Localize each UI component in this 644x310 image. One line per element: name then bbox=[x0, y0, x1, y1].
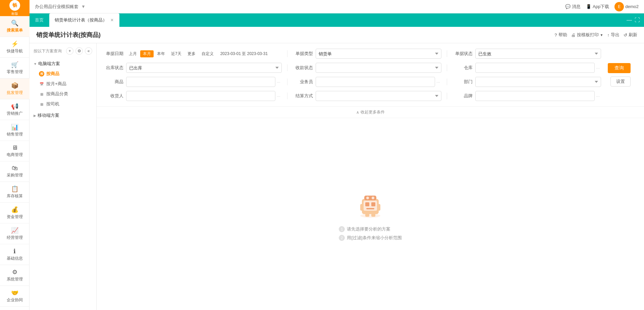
filter-doctype-select[interactable]: 销货单 bbox=[316, 49, 441, 59]
tree-mobile-label: 移动端方案 bbox=[38, 112, 59, 118]
tab-home[interactable]: 首页 bbox=[30, 13, 49, 27]
sidebar-item-purchase-label: 采购管理 bbox=[7, 172, 23, 178]
filter-warehouse-label: 仓库 bbox=[452, 65, 473, 71]
sidebar-item-basic-info[interactable]: ℹ 基础信息 bbox=[0, 244, 30, 265]
collapse-filter-btn[interactable]: ∧ 收起更多条件 bbox=[97, 107, 644, 118]
page-actions: ? 帮助 🖨 按模板打印 ▼ ↑ 导出 ↺ 刷新 bbox=[554, 32, 637, 42]
ecommerce-icon: 🖥 bbox=[12, 144, 18, 151]
sidebar-item-retail[interactable]: 🛒 零售管理 bbox=[0, 58, 30, 79]
tree-pc-header[interactable]: ▼ 电脑端方案 bbox=[30, 59, 96, 69]
app-logo[interactable]: 畅 标版 bbox=[0, 0, 30, 16]
tab-minimize-btn[interactable]: — bbox=[627, 17, 632, 23]
filter-receiver-input[interactable] bbox=[126, 91, 275, 101]
purchase-icon: 🛍 bbox=[12, 165, 18, 172]
export-btn[interactable]: ↑ 导出 bbox=[607, 32, 620, 38]
date-tab-this-year[interactable]: 本年 bbox=[154, 50, 168, 57]
message-label: 消息 bbox=[572, 4, 581, 10]
tree-item-by-category[interactable]: ▦ 按商品分类 bbox=[30, 89, 96, 99]
hint-2-text: 用[过滤]条件来缩小分析范围 bbox=[347, 235, 401, 241]
date-tab-custom[interactable]: 自定义 bbox=[199, 50, 216, 57]
svg-rect-9 bbox=[371, 213, 375, 217]
sidebar-item-enterprise[interactable]: 🤝 企业协同 bbox=[0, 286, 30, 307]
filter-docstatus-select[interactable]: 已生效 bbox=[475, 49, 601, 59]
sidebar-item-quick-nav[interactable]: ⚡ 快捷导航 bbox=[0, 37, 30, 58]
filter-receiver-dots[interactable]: ··· bbox=[275, 94, 282, 99]
industry-name: 办公用品行业模拟账套 bbox=[35, 4, 78, 10]
setting-scheme-btn[interactable]: ⚙ bbox=[75, 47, 83, 55]
filter-field-date: 单据日期 上月 本月 本年 近7天 更多 自定义 bbox=[103, 50, 282, 57]
collapse-panel-btn[interactable]: « bbox=[85, 47, 92, 55]
enterprise-icon: 🤝 bbox=[11, 289, 18, 297]
filter-brand-dots[interactable]: ··· bbox=[595, 94, 601, 99]
top-right-buttons: 查询 设置 bbox=[601, 49, 637, 101]
filter-date-range: 2023-03-01 至 2023-03-31 bbox=[220, 51, 268, 57]
filter-department-label: 部门 bbox=[452, 79, 473, 85]
filter-brand-input[interactable] bbox=[475, 91, 595, 101]
filter-field-outbound-status: 出库状态 已出库 bbox=[103, 63, 282, 73]
filter-warehouse-dots[interactable]: ··· bbox=[595, 65, 601, 70]
sidebar-item-inventory[interactable]: 📋 库存核算 bbox=[0, 182, 30, 203]
tree-item-by-driver[interactable]: ▦ 按司机 bbox=[30, 99, 96, 109]
filter-product-dots[interactable]: ··· bbox=[275, 80, 282, 85]
message-btn[interactable]: 💬 消息 bbox=[565, 4, 581, 10]
sidebar-item-purchase[interactable]: 🛍 采购管理 bbox=[0, 161, 30, 182]
tree-item-by-month-product[interactable]: 📅 按月+商品 bbox=[30, 79, 96, 89]
tree-mobile-header[interactable]: ▶ 移动端方案 bbox=[30, 110, 96, 120]
print-btn[interactable]: 🖨 按模板打印 ▼ bbox=[571, 32, 603, 38]
filter-salesperson-input[interactable] bbox=[316, 77, 435, 87]
tree-item-by-product[interactable]: 按 按商品 bbox=[30, 69, 96, 79]
tree-pc-label: 电脑端方案 bbox=[38, 61, 60, 67]
empty-state: 1 请先选择要分析的方案 2 用[过滤]条件来缩小分析范围 bbox=[97, 118, 644, 310]
date-tab-last-month[interactable]: 上月 bbox=[126, 50, 140, 57]
industry-dropdown-icon[interactable]: ▼ bbox=[81, 4, 86, 9]
sidebar-item-newbie[interactable]: 🎯 新手引导 bbox=[0, 307, 30, 310]
svg-rect-4 bbox=[371, 202, 375, 206]
tree-item-by-category-label: 按商品分类 bbox=[46, 91, 68, 97]
filter-warehouse-input[interactable] bbox=[475, 63, 595, 73]
sidebar-item-marketing[interactable]: 📢 营销推广 bbox=[0, 99, 30, 120]
tree-mobile-arrow: ▶ bbox=[34, 114, 36, 117]
tab-fullscreen-btn[interactable]: ⛶ bbox=[635, 17, 640, 23]
app-download-icon: 📱 bbox=[586, 4, 591, 9]
sidebar-item-wholesale[interactable]: 📦 批发管理 bbox=[0, 79, 30, 99]
svg-rect-8 bbox=[365, 213, 369, 217]
filter-salesperson-dots[interactable]: ··· bbox=[435, 80, 441, 85]
sidebar-item-search[interactable]: 🔍 搜索菜单 bbox=[0, 16, 30, 37]
tree-item-by-driver-label: 按司机 bbox=[46, 101, 59, 107]
tab-sales-stats[interactable]: 销货单统计计表（按商品） ✕ bbox=[49, 13, 119, 27]
top-header: 办公用品行业模拟账套 ▼ 💬 消息 📱 App下载 E demo2 bbox=[30, 0, 644, 13]
left-panel: 按以下方案查询 + ⚙ « ▼ 电脑端方案 按 按商品 bbox=[30, 43, 97, 310]
sidebar-item-operation[interactable]: 📈 经营管理 bbox=[0, 223, 30, 244]
date-tab-7days[interactable]: 近7天 bbox=[168, 50, 184, 57]
date-tab-more[interactable]: 更多 bbox=[185, 50, 198, 57]
set-button[interactable]: 设置 bbox=[610, 76, 631, 87]
filter-outbound-select[interactable]: 已出库 bbox=[126, 63, 282, 73]
filter-payment-select[interactable] bbox=[316, 63, 441, 73]
app-download-btn[interactable]: 📱 App下载 bbox=[586, 4, 609, 10]
filter-settlement-select[interactable] bbox=[316, 91, 441, 101]
sidebar-item-ecommerce[interactable]: 🖥 电商管理 bbox=[0, 141, 30, 161]
query-button[interactable]: 查询 bbox=[608, 63, 631, 73]
filter-product-input[interactable] bbox=[126, 77, 275, 87]
user-menu[interactable]: E demo2 bbox=[614, 2, 639, 11]
filter-brand-label: 品牌 bbox=[452, 93, 473, 99]
svg-point-0 bbox=[360, 214, 380, 218]
empty-hint-1: 1 请先选择要分析的方案 bbox=[339, 226, 401, 232]
export-icon: ↑ bbox=[607, 33, 610, 38]
tree-item-by-month-product-label: 按月+商品 bbox=[46, 81, 66, 87]
filter-row-3: 商品 ··· 业务员 ··· bbox=[103, 77, 601, 87]
tab-bar-expand: — ⛶ bbox=[623, 17, 644, 23]
tab-close-btn[interactable]: ✕ bbox=[110, 18, 114, 22]
refresh-btn[interactable]: ↺ 刷新 bbox=[624, 32, 637, 38]
print-dropdown-icon: ▼ bbox=[600, 33, 603, 37]
filter-field-receiver: 收货人 ··· bbox=[103, 91, 282, 101]
sidebar-item-system[interactable]: ⚙ 系统管理 bbox=[0, 265, 30, 286]
sidebar-item-finance[interactable]: 💰 资金管理 bbox=[0, 203, 30, 223]
date-tab-this-month[interactable]: 本月 bbox=[140, 50, 154, 57]
add-scheme-btn[interactable]: + bbox=[66, 47, 73, 55]
filter-department-select[interactable] bbox=[475, 77, 601, 87]
export-label: 导出 bbox=[611, 32, 620, 38]
sidebar-item-sales[interactable]: 📊 销售管理 bbox=[0, 120, 30, 141]
tree-item-by-product-label: 按商品 bbox=[46, 71, 59, 77]
help-btn[interactable]: ? 帮助 bbox=[554, 32, 567, 38]
